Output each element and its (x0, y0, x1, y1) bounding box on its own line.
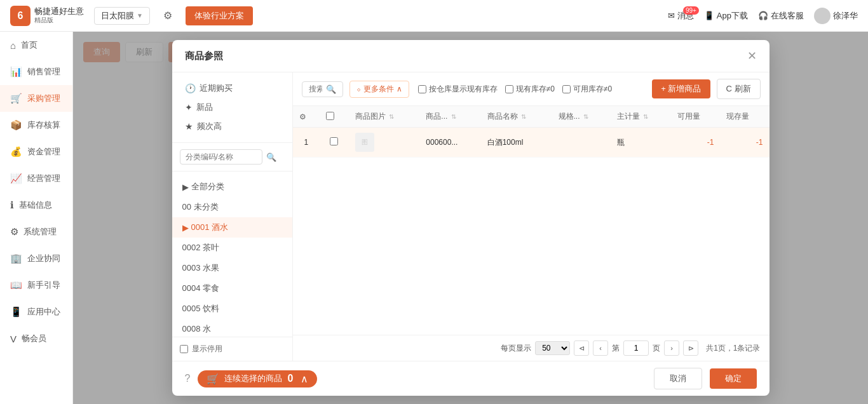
money-icon: 💰 (10, 146, 22, 158)
category-search-input[interactable] (180, 149, 262, 165)
modal-right-panel: 🔍 ⬦ 更多条件 ∧ 按仓库显示现有库存 (293, 72, 770, 361)
refresh-btn[interactable]: C 刷新 (717, 79, 761, 99)
product-table: ⚙ 商品图片 ⇅ 商品... ⇅ (293, 106, 770, 158)
quick-nav-new[interactable]: ✦ 新品 (180, 98, 285, 117)
col-unit: 主计量 ⇅ (611, 106, 671, 128)
star-icon: ★ (185, 121, 193, 131)
check-warehouse-label[interactable]: 按仓库显示现有库存 (418, 84, 498, 95)
category-snack[interactable]: 0004 零食 (172, 278, 292, 299)
search-classify-icon[interactable]: 🔍 (266, 152, 276, 162)
sidebar-item-basic-info[interactable]: ℹ 基础信息 (0, 192, 72, 219)
system-icon: ⚙ (10, 226, 18, 238)
col-checkbox[interactable] (320, 106, 348, 128)
search-icon[interactable]: 🔍 (326, 84, 336, 94)
check-stock-label[interactable]: 现有库存≠0 (505, 84, 555, 95)
enterprise-icon: 🏢 (10, 253, 22, 264)
shopping-cart-icon: 🛒 (207, 373, 219, 385)
messages-btn[interactable]: ✉ 消息 99+ (668, 10, 694, 22)
page-last-btn[interactable]: ⊳ (683, 340, 698, 356)
cart-area[interactable]: 🛒 连续选择的商品 0 ∧ (198, 370, 317, 387)
page-first-btn[interactable]: ⊲ (574, 340, 589, 356)
show-disabled-checkbox[interactable] (180, 345, 188, 353)
td-spec (552, 128, 611, 158)
sidebar-item-enterprise[interactable]: 🏢 企业协同 (0, 245, 72, 272)
modal-footer: ? 🛒 连续选择的商品 0 ∧ 取消 确定 (172, 361, 770, 396)
sidebar: ⌂ 首页 📊 销售管理 🛒 采购管理 📦 库存核算 💰 资金管理 📈 经营管理 … (0, 32, 73, 404)
col-img: 商品图片 ⇅ (349, 106, 420, 128)
category-beverage[interactable]: 0005 饮料 (172, 299, 292, 319)
sidebar-item-operations[interactable]: 📈 经营管理 (0, 165, 72, 192)
page-input[interactable] (623, 340, 649, 356)
quick-nav-recent[interactable]: 🕐 近期购买 (180, 79, 285, 98)
member-icon: V (10, 333, 17, 344)
td-img: 图 (349, 128, 420, 158)
col-code: 商品... ⇅ (419, 106, 480, 128)
help-icon[interactable]: ? (185, 373, 191, 384)
sidebar-item-home[interactable]: ⌂ 首页 (0, 32, 72, 58)
sort-icon-unit: ⇅ (643, 113, 648, 120)
col-settings[interactable]: ⚙ (293, 106, 320, 128)
sidebar-item-apps[interactable]: 📱 应用中心 (0, 299, 72, 325)
page-next-btn[interactable]: › (664, 340, 679, 356)
sidebar-item-sales[interactable]: 📊 销售管理 (0, 58, 72, 85)
message-badge: 99+ (683, 6, 699, 15)
product-search-input[interactable] (309, 84, 322, 93)
sidebar-item-system[interactable]: ⚙ 系统管理 (0, 219, 72, 245)
td-checkbox[interactable] (320, 128, 348, 158)
modal-close-btn[interactable]: ✕ (747, 49, 757, 63)
col-available: 可用量 (671, 106, 720, 128)
select-all-checkbox[interactable] (326, 112, 334, 120)
clock-icon: 🕐 (185, 83, 196, 93)
category-tea[interactable]: 0002 茶叶 (172, 238, 292, 258)
sort-icon-name: ⇅ (521, 113, 526, 120)
content-area: 查询 刷新 设置 商品参照 ✕ 🕐 (73, 32, 868, 404)
sidebar-item-inventory[interactable]: 📦 库存核算 (0, 112, 72, 138)
new-icon: ✦ (185, 102, 193, 112)
cart-count: 0 (287, 373, 293, 384)
sort-icon: ⇅ (389, 113, 394, 120)
quick-nav: 🕐 近期购买 ✦ 新品 ★ 频次高 (172, 72, 292, 143)
chevron-down-icon: ▼ (137, 12, 143, 19)
row-checkbox[interactable] (330, 137, 338, 145)
experience-btn[interactable]: 体验行业方案 (186, 6, 253, 25)
user-menu[interactable]: 徐泽华 (814, 8, 858, 24)
table-row[interactable]: 1 图 000600... 白酒100ml 瓶 (293, 128, 770, 158)
add-product-btn[interactable]: + 新增商品 (652, 79, 710, 98)
modal-left-panel: 🕐 近期购买 ✦ 新品 ★ 频次高 (172, 72, 293, 361)
chart-icon: 📊 (10, 66, 22, 77)
app-download-btn[interactable]: 📱 App下载 (704, 10, 748, 22)
sort-icon-spec: ⇅ (583, 113, 588, 120)
category-all[interactable]: ▶ 全部分类 (172, 177, 292, 197)
confirm-btn[interactable]: 确定 (710, 368, 757, 389)
settings-icon[interactable]: ⚙ (158, 6, 178, 26)
check-warehouse[interactable] (418, 85, 426, 93)
category-fruit[interactable]: 0003 水果 (172, 258, 292, 278)
product-image: 图 (355, 133, 374, 152)
sidebar-item-guide[interactable]: 📖 新手引导 (0, 272, 72, 299)
quick-nav-frequent[interactable]: ★ 频次高 (180, 117, 285, 136)
category-liquor[interactable]: ▶ 0001 酒水 (172, 217, 292, 238)
sidebar-item-member[interactable]: V 畅会员 (0, 325, 72, 352)
ops-icon: 📈 (10, 173, 22, 184)
page-prev-btn[interactable]: ‹ (593, 340, 608, 356)
guide-icon: 📖 (10, 279, 22, 291)
category-unclassified[interactable]: 00 未分类 (172, 197, 292, 217)
filter-btn[interactable]: ⬦ 更多条件 ∧ (349, 81, 409, 98)
td-available: -1 (671, 128, 720, 158)
check-available-nonzero[interactable] (562, 85, 571, 93)
chevron-up-icon: ∧ (397, 84, 402, 93)
sidebar-item-purchase[interactable]: 🛒 采购管理 (0, 85, 72, 112)
sidebar-item-finance[interactable]: 💰 资金管理 (0, 138, 72, 165)
per-page-select[interactable]: 50 100 200 (535, 341, 570, 355)
check-stock-nonzero[interactable] (505, 85, 513, 93)
online-service-btn[interactable]: 🎧 在线客服 (758, 10, 804, 22)
check-available-label[interactable]: 可用库存≠0 (562, 84, 612, 95)
cancel-btn[interactable]: 取消 (654, 368, 702, 389)
category-water[interactable]: 0008 水 (172, 319, 292, 337)
col-spec: 规格... ⇅ (552, 106, 611, 128)
show-disabled-label: 显示停用 (192, 344, 222, 354)
category-list: ▶ 全部分类 00 未分类 ▶ 0001 酒水 0002 茶 (172, 172, 292, 337)
store-selector[interactable]: 日太阳膜 ▼ (94, 7, 150, 25)
col-stock: 现存量 (720, 106, 769, 128)
collapse-cart-icon[interactable]: ∧ (301, 373, 308, 385)
